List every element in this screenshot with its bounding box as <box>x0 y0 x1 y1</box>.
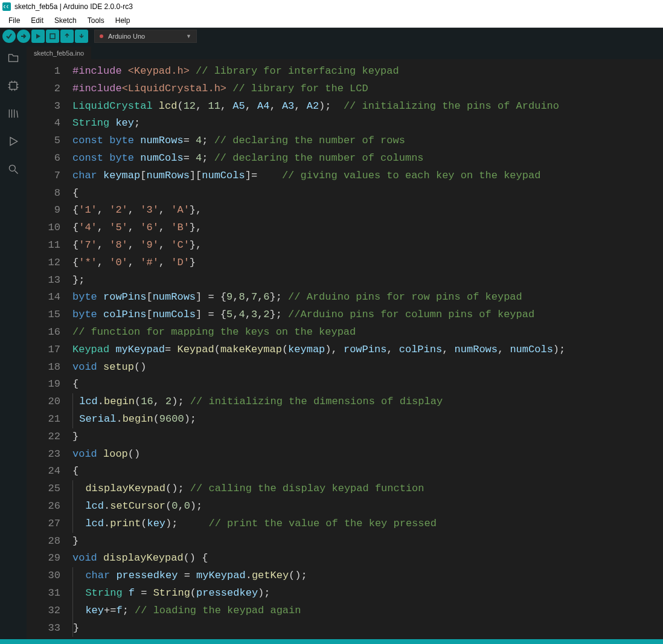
explorer-icon[interactable] <box>6 51 21 65</box>
line-number: 9 <box>31 202 60 219</box>
line-number: 24 <box>31 463 60 480</box>
editor-tab[interactable]: sketch_feb5a.ino <box>27 47 91 59</box>
line-number: 12 <box>31 254 60 272</box>
code-line[interactable]: {'4', '5', '6', 'B'}, <box>70 219 663 237</box>
window-title: sketch_feb5a | Arduino IDE 2.0.0-rc3 <box>14 2 133 11</box>
code-line[interactable]: { <box>70 463 663 480</box>
line-number: 14 <box>31 289 60 306</box>
board-name: Arduino Uno <box>108 33 186 40</box>
line-number: 21 <box>31 411 60 428</box>
debug-button[interactable] <box>31 30 45 43</box>
code-line[interactable]: char keymap[numRows][numCols]= // giving… <box>70 167 663 185</box>
code-line[interactable]: byte rowPins[numRows] = {9,8,7,6}; // Ar… <box>70 289 663 306</box>
line-number: 32 <box>31 602 60 620</box>
new-sketch-button[interactable] <box>46 30 59 43</box>
code-line[interactable]: #include <Keypad.h> // library for inter… <box>70 63 663 80</box>
line-number: 22 <box>31 428 60 446</box>
menu-edit[interactable]: Edit <box>26 15 48 26</box>
menu-tools[interactable]: Tools <box>83 15 109 26</box>
code-line[interactable]: Serial.begin(9600); <box>70 411 663 428</box>
code-line[interactable]: lcd.begin(16, 2); // initializing the di… <box>70 393 663 411</box>
board-manager-icon[interactable] <box>6 79 21 93</box>
line-number: 15 <box>31 306 60 324</box>
line-number: 30 <box>31 567 60 585</box>
code-line[interactable]: void displayKeypad() { <box>70 550 663 567</box>
code-line[interactable]: } <box>70 620 663 637</box>
activity-bar <box>0 45 27 639</box>
code-line[interactable]: {'*', '0', '#', 'D'} <box>70 254 663 272</box>
code-content[interactable]: #include <Keypad.h> // library for inter… <box>70 59 663 639</box>
code-line[interactable]: }; <box>70 272 663 289</box>
line-number: 23 <box>31 446 60 463</box>
line-number: 3 <box>31 98 60 115</box>
code-line[interactable]: } <box>70 533 663 550</box>
line-number: 18 <box>31 359 60 376</box>
line-number: 16 <box>31 324 60 341</box>
line-number: 13 <box>31 272 60 289</box>
verify-button[interactable] <box>2 30 16 43</box>
main-area: sketch_feb5a.ino 12345678910111213141516… <box>0 45 663 639</box>
library-manager-icon[interactable] <box>6 106 21 121</box>
menu-file[interactable]: File <box>4 15 25 26</box>
code-line[interactable]: LiquidCrystal lcd(12, 11, A5, A4, A3, A2… <box>70 98 663 115</box>
line-number: 6 <box>31 150 60 167</box>
line-number: 33 <box>31 620 60 637</box>
chevron-down-icon: ▼ <box>186 33 191 39</box>
code-line[interactable]: const byte numRows= 4; // declaring the … <box>70 132 663 150</box>
code-line[interactable]: { <box>70 376 663 393</box>
code-line[interactable]: String key; <box>70 115 663 132</box>
menu-bar: File Edit Sketch Tools Help <box>0 13 663 28</box>
search-icon[interactable] <box>6 162 21 176</box>
svg-point-2 <box>9 165 15 171</box>
title-bar: sketch_feb5a | Arduino IDE 2.0.0-rc3 <box>0 0 663 13</box>
code-line[interactable]: {'1', '2', '3', 'A'}, <box>70 202 663 219</box>
code-editor[interactable]: 1234567891011121314151617181920212223242… <box>27 59 663 639</box>
svg-rect-1 <box>10 82 17 89</box>
code-line[interactable]: lcd.print(key); // print the value of th… <box>70 515 663 533</box>
svg-rect-0 <box>50 34 55 39</box>
line-number: 7 <box>31 167 60 185</box>
line-number: 11 <box>31 237 60 254</box>
editor-tab-bar: sketch_feb5a.ino <box>27 45 663 59</box>
line-number: 8 <box>31 185 60 202</box>
code-line[interactable]: char pressedkey = myKeypad.getKey(); <box>70 567 663 585</box>
code-line[interactable]: lcd.setCursor(0,0); <box>70 498 663 515</box>
code-line[interactable]: void loop() <box>70 446 663 463</box>
line-number: 26 <box>31 498 60 515</box>
line-number: 5 <box>31 132 60 150</box>
board-selector[interactable]: Arduino Uno ▼ <box>94 30 197 43</box>
code-line[interactable]: key+=f; // loading the keypad again <box>70 602 663 620</box>
line-number: 25 <box>31 480 60 498</box>
code-line[interactable]: byte colPins[numCols] = {5,4,3,2}; //Ard… <box>70 306 663 324</box>
menu-sketch[interactable]: Sketch <box>50 15 82 26</box>
code-line[interactable]: { <box>70 185 663 202</box>
line-number: 19 <box>31 376 60 393</box>
arduino-app-icon <box>2 2 11 11</box>
code-line[interactable]: void setup() <box>70 359 663 376</box>
line-number: 29 <box>31 550 60 567</box>
line-number: 20 <box>31 393 60 411</box>
editor-area: sketch_feb5a.ino 12345678910111213141516… <box>27 45 663 639</box>
code-line[interactable]: displayKeypad(); // calling the display … <box>70 480 663 498</box>
line-number: 17 <box>31 341 60 359</box>
menu-help[interactable]: Help <box>110 15 135 26</box>
code-line[interactable]: Keypad myKeypad= Keypad(makeKeymap(keyma… <box>70 341 663 359</box>
line-number: 27 <box>31 515 60 533</box>
line-number: 4 <box>31 115 60 132</box>
code-line[interactable]: } <box>70 428 663 446</box>
upload-button[interactable] <box>17 30 30 43</box>
line-number: 1 <box>31 63 60 80</box>
open-sketch-button[interactable] <box>60 30 74 43</box>
code-line[interactable]: // function for mapping the keys on the … <box>70 324 663 341</box>
code-line[interactable]: #include<LiquidCrystal.h> // library for… <box>70 80 663 98</box>
line-number: 28 <box>31 533 60 550</box>
code-line[interactable]: {'7', '8', '9', 'C'}, <box>70 237 663 254</box>
code-line[interactable]: const byte numCols= 4; // declaring the … <box>70 150 663 167</box>
debug-icon[interactable] <box>6 134 21 149</box>
save-sketch-button[interactable] <box>75 30 88 43</box>
status-bar <box>0 639 663 644</box>
code-line[interactable]: String f = String(pressedkey); <box>70 585 663 602</box>
line-number: 31 <box>31 585 60 602</box>
line-number-gutter: 1234567891011121314151617181920212223242… <box>27 59 70 639</box>
line-number: 2 <box>31 80 60 98</box>
